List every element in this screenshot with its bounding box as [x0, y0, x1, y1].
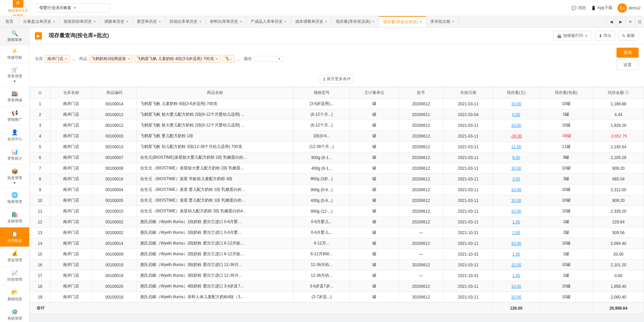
sidebar-item-purchase[interactable]: 🛍️ 采购管理	[0, 208, 29, 227]
cell-num: 18	[30, 281, 51, 292]
close-icon[interactable]: ✕	[419, 20, 422, 24]
print-button[interactable]: 🖨️ 按模板打印 ▼	[553, 31, 592, 41]
cell-qty-main[interactable]: 10.00	[493, 292, 539, 303]
cell-qty-main[interactable]: 10.00	[493, 206, 539, 217]
color-select[interactable]: ▼	[254, 56, 283, 62]
tab-zuhe[interactable]: 组装拆卸单历史 ✕	[60, 16, 100, 27]
close-icon[interactable]: ✕	[158, 20, 161, 23]
tab-qita[interactable]: 其他出库单历史 ✕	[165, 16, 206, 27]
warehouse-ellipsis[interactable]: ...	[72, 57, 75, 61]
cell-batch: 20200612	[398, 217, 443, 227]
expand-toggle-button[interactable]: ▶	[35, 32, 42, 40]
sidebar-item-inventory[interactable]: 📋 库存核算	[0, 227, 29, 247]
sidebar-item-wholesale[interactable]: 📦 批发管理 ▼	[0, 165, 29, 189]
cell-qty-main[interactable]: 10.00	[493, 120, 539, 131]
cell-amount: 2,060.40	[593, 292, 644, 303]
sidebar-item-retail-mall[interactable]: 🏬 零售商城	[0, 87, 29, 106]
sidebar-item-marketing[interactable]: 📢 营销推广	[0, 106, 29, 126]
cell-unit: 罐	[350, 249, 398, 260]
message-button[interactable]: 💬 消息	[572, 5, 586, 11]
settings-button[interactable]: 设置	[616, 60, 639, 70]
cell-qty-main[interactable]: 1.00	[493, 217, 539, 227]
sidebar-item-retail-stat[interactable]: 📊 零售统计	[0, 145, 29, 165]
cell-qty-main[interactable]: 3.00	[493, 174, 539, 184]
close-icon[interactable]: ✕	[452, 20, 454, 23]
refresh-button[interactable]: ↻ 刷新	[619, 31, 639, 41]
sidebar-item-retail[interactable]: 🛒 零售管理 ▼	[0, 63, 29, 87]
tab-chanpin[interactable]: 产成品入库单历史 ✕	[247, 16, 291, 27]
cell-qty-main[interactable]: 10.00	[493, 163, 539, 174]
sidebar-item-ecommerce[interactable]: 🌐 电商管理	[0, 189, 29, 208]
cell-name: 惠氏启赋（Wyeth illuma）1段奶粉 爱尔兰进口 0-6月婴...	[137, 217, 293, 227]
industry-select[interactable]: 母婴行业演示账套 ▼	[36, 3, 110, 12]
th-spec: 规格型号	[293, 87, 350, 99]
product-tag-1[interactable]: 飞鹤奶粉3段两提装 ✕	[89, 55, 132, 63]
sidebar-item-finance[interactable]: 💰 资金管理	[0, 247, 29, 266]
remove-warehouse-tag-icon[interactable]: ✕	[65, 57, 67, 61]
tab-prev-button[interactable]: ◀	[606, 16, 616, 28]
cell-qty-main[interactable]: 2.00	[493, 227, 539, 238]
top-bar-right: 💬 消息 📱 App下载 Ea demo2	[572, 3, 641, 13]
tab-home[interactable]: 首页	[0, 16, 19, 27]
tab-chengben[interactable]: 成本调整单历史 ✕	[291, 16, 332, 27]
tab-tiaobo[interactable]: 调拨单历史 ✕	[100, 16, 133, 27]
cell-qty-main[interactable]: 1.00	[493, 270, 539, 281]
sidebar-item-basic[interactable]: 📂 基础信息	[0, 286, 29, 305]
product-tag-more[interactable]: 飞...	[222, 55, 234, 63]
remove-product-tag-2-icon[interactable]: ✕	[215, 57, 218, 61]
th-settings[interactable]: ⚙	[30, 87, 51, 99]
sidebar-item-operation[interactable]: 📈 经营管理	[0, 266, 29, 286]
sidebar-item-member[interactable]: 👤 会员中心	[0, 126, 29, 145]
tab-xiancun-kucun[interactable]: 现存量(库存状况表) ✕	[332, 16, 379, 27]
industry-dropdown[interactable]: 母婴行业演示账套 ▼	[36, 3, 572, 12]
sidebar-quicknav[interactable]: ⚡ 快捷导航	[0, 45, 29, 63]
cell-batch: 20200612	[398, 131, 443, 142]
close-icon[interactable]: ✕	[126, 20, 128, 23]
tab-yaohuo[interactable]: 要货单历史 ✕	[133, 16, 165, 27]
cell-unit: 罐	[350, 260, 398, 270]
cell-qty-main[interactable]: 1.00	[493, 249, 539, 260]
export-button[interactable]: ⬇ 导出	[595, 31, 615, 41]
close-icon[interactable]: ✕	[199, 20, 202, 23]
cell-name: 合生元（BIOSTIME）派星 学龄前儿童配方奶粉 4段	[137, 174, 293, 184]
cell-qty-main[interactable]: 10.00	[493, 184, 539, 195]
warehouse-tag[interactable]: 南岸门店 ✕	[45, 55, 70, 63]
cell-qty-main[interactable]: 10.00	[493, 238, 539, 249]
tab-close-button[interactable]: ✕	[625, 16, 635, 28]
tab-more-button[interactable]: ⊡	[635, 16, 644, 28]
cell-qty-main[interactable]: 10.00	[493, 260, 539, 270]
app-download-button[interactable]: 📱 App下载	[591, 5, 612, 11]
query-button[interactable]: 查询	[616, 48, 639, 58]
inventory-icon: 📋	[11, 231, 18, 237]
close-icon[interactable]: ✕	[53, 20, 55, 23]
expand-more-button[interactable]: ⊻ 展开更多条件	[320, 75, 354, 83]
cell-qty-main[interactable]: 10.00	[493, 99, 539, 109]
tab-next-button[interactable]: ▶	[616, 16, 625, 28]
close-icon[interactable]: ✕	[325, 20, 327, 23]
close-icon[interactable]: ✕	[284, 20, 287, 23]
tab-kucun-pici[interactable]: 库存批次账 ✕	[426, 16, 459, 27]
user-avatar[interactable]: Ea demo2	[618, 3, 641, 13]
settings-icon[interactable]: ⚙	[38, 90, 42, 96]
remove-product-tag-1-icon[interactable]: ✕	[127, 57, 130, 61]
tab-xiancun-fenpei[interactable]: 现存量(库存分布表) ✕	[379, 16, 426, 27]
cell-spec: 900g (12-...)	[293, 206, 350, 217]
close-icon[interactable]: ✕	[372, 20, 375, 23]
close-icon[interactable]: ✕	[239, 20, 242, 23]
sidebar-item-system[interactable]: ⚙️ 系统管理	[0, 305, 29, 322]
cell-qty-main[interactable]: 10.00	[493, 281, 539, 292]
cell-num: 16	[30, 260, 51, 270]
product-ellipsis[interactable]: ...	[236, 57, 240, 61]
cell-name: 惠氏启赋（Wyeth illuma）4段奶粉 爱尔兰进口 3-6岁及7...	[137, 281, 293, 292]
tab-cailiao[interactable]: 材料出库单历史 ✕	[206, 16, 247, 27]
cell-qty-main[interactable]: -39.00	[493, 131, 539, 142]
cell-qty-main[interactable]: 9.00	[493, 152, 539, 163]
cell-qty-main[interactable]: 10.00	[493, 195, 539, 206]
cell-qty-main[interactable]: 11.00	[493, 142, 539, 152]
product-tag-2[interactable]: 飞鹤星飞帆 儿童奶粉 4段(3-6岁适用) 700克 ✕	[135, 55, 220, 63]
cell-qty-main[interactable]: 0.00	[493, 109, 539, 120]
sidebar-search[interactable]: 🔍 搜索菜单	[0, 28, 29, 45]
close-icon[interactable]: ✕	[93, 20, 96, 23]
tab-fencang[interactable]: 分量盘点单历史 ✕	[19, 16, 60, 27]
cell-expire: 2021-03-11	[443, 292, 493, 303]
